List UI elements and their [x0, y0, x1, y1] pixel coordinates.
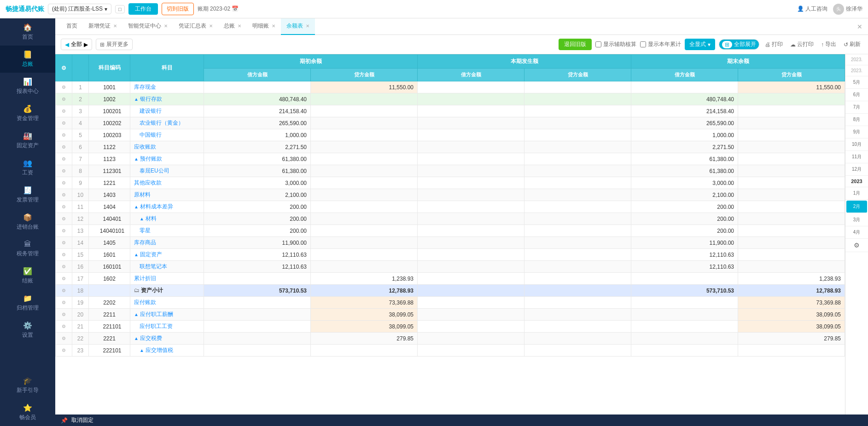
row-setting[interactable]: ⚙: [56, 273, 72, 285]
panel-month-12[interactable]: 12月: [845, 163, 868, 176]
tab-balance-close[interactable]: ✕: [306, 23, 309, 29]
row-name-link[interactable]: 应收账款: [134, 144, 156, 150]
row-name-link[interactable]: 应付账款: [134, 299, 156, 305]
full-mode-button[interactable]: 全显式 ▾: [685, 39, 715, 50]
panel-month-1[interactable]: 1月: [845, 187, 868, 200]
table-container[interactable]: ⚙ 科目编码 科目 期初余额 本期发生额 期末余额 借方金额 贷方金额 借方金额: [55, 54, 845, 414]
row-name-link[interactable]: 固定资产: [140, 251, 162, 258]
row-name-link[interactable]: 材料: [146, 215, 157, 222]
row-name-link[interactable]: 应交税费: [140, 335, 162, 341]
row-setting[interactable]: ⚙: [56, 285, 72, 297]
tab-voucher-summary-close[interactable]: ✕: [209, 23, 213, 29]
row-setting[interactable]: ⚙: [56, 333, 72, 345]
row-name-link[interactable]: 应付职工薪酬: [140, 311, 173, 317]
user-info[interactable]: 头 徐泽华: [833, 4, 862, 15]
panel-month-9[interactable]: 9月: [845, 126, 868, 138]
tab-detail-close[interactable]: ✕: [272, 23, 275, 29]
ytd-checkbox-input[interactable]: [640, 41, 646, 47]
sidebar-item-capital[interactable]: 💰 资金管理: [0, 100, 55, 127]
switch-button[interactable]: 切到旧版: [162, 3, 194, 15]
tab-home[interactable]: 首页: [61, 18, 83, 35]
sidebar-item-home[interactable]: 🏠 首页: [0, 18, 55, 46]
row-setting[interactable]: ⚙: [56, 117, 72, 129]
auxiliary-checkbox-input[interactable]: [595, 41, 601, 47]
sidebar-item-settlement[interactable]: ✅ 结账: [0, 262, 55, 289]
row-setting[interactable]: ⚙: [56, 297, 72, 309]
row-setting[interactable]: ⚙: [56, 153, 72, 165]
filter-selector[interactable]: ◀ 全部 ▶: [61, 39, 92, 50]
footer-bar[interactable]: 📌 取消固定: [55, 414, 868, 426]
row-name-link[interactable]: 农业银行（黄金）: [140, 120, 184, 126]
row-name-link[interactable]: 原材料: [134, 191, 151, 198]
tab-voucher-summary[interactable]: 凭证汇总表 ✕: [173, 18, 218, 35]
sidebar-item-payroll[interactable]: 👥 工资: [0, 154, 55, 181]
row-name-link[interactable]: 累计折旧: [134, 275, 156, 282]
tab-add-voucher-close[interactable]: ✕: [113, 23, 117, 29]
panel-month-11[interactable]: 11月: [845, 151, 868, 163]
row-setting[interactable]: ⚙: [56, 129, 72, 141]
work-button[interactable]: 工作台: [128, 3, 158, 15]
tab-balance[interactable]: 余额表 ✕: [281, 18, 315, 35]
row-name-link[interactable]: 中国银行: [140, 132, 162, 138]
panel-month-3[interactable]: 3月: [845, 214, 868, 226]
row-setting[interactable]: ⚙: [56, 225, 72, 237]
row-name-link[interactable]: 零星: [140, 227, 151, 234]
global-close-button[interactable]: ✕: [857, 23, 862, 30]
row-setting[interactable]: ⚙: [56, 189, 72, 201]
row-setting[interactable]: ⚙: [56, 249, 72, 261]
sidebar-item-invoice[interactable]: 🧾 发票管理: [0, 181, 55, 208]
row-name-link[interactable]: 库存现金: [134, 84, 156, 90]
row-name-link[interactable]: 泰屈EU公司: [140, 167, 169, 174]
row-setting[interactable]: ⚙: [56, 261, 72, 273]
row-setting[interactable]: ⚙: [56, 105, 72, 117]
sidebar-item-member[interactable]: ⭐ 畅会员: [0, 399, 55, 426]
sidebar-item-ledger[interactable]: 📒 总账: [0, 46, 55, 73]
panel-month-10[interactable]: 10月: [845, 138, 868, 151]
sidebar-item-settings[interactable]: ⚙️ 设置: [0, 317, 55, 344]
row-setting[interactable]: ⚙: [56, 213, 72, 225]
row-name-link[interactable]: 库存商品: [134, 239, 156, 246]
copy-button[interactable]: □: [115, 5, 125, 13]
tab-ledger[interactable]: 总账 ✕: [218, 18, 247, 35]
tab-detail[interactable]: 明细账 ✕: [247, 18, 281, 35]
tab-add-voucher[interactable]: 新增凭证 ✕: [83, 18, 122, 35]
sidebar-item-tax[interactable]: 🏛 税务管理: [0, 236, 55, 262]
row-setting[interactable]: ⚙: [56, 309, 72, 321]
sidebar-item-purchase-sales[interactable]: 📦 进销台账: [0, 208, 55, 236]
row-setting[interactable]: ⚙: [56, 201, 72, 213]
show-ytd-checkbox[interactable]: 显示本年累计: [640, 40, 681, 48]
sidebar-item-archive[interactable]: 📁 归档管理: [0, 289, 55, 317]
row-setting[interactable]: ⚙: [56, 141, 72, 153]
tab-ledger-close[interactable]: ✕: [238, 23, 241, 29]
row-name-link[interactable]: 联想笔记本: [140, 263, 167, 270]
expand-toggle[interactable]: ⊞ 全部展开: [719, 39, 759, 50]
cloud-print-button[interactable]: ☁ 云打印: [788, 40, 816, 49]
expand-button[interactable]: ⊞ 展开更多: [96, 39, 133, 50]
company-selector[interactable]: (处前) 江西股圣-LSS ▾: [48, 4, 111, 14]
row-setting[interactable]: ⚙: [56, 177, 72, 189]
row-name-link[interactable]: 应交增值税: [146, 347, 173, 353]
row-name-link[interactable]: 应付职工工资: [140, 323, 173, 329]
row-name-link[interactable]: 其他应收款: [134, 179, 162, 186]
panel-month-4[interactable]: 4月: [845, 226, 868, 239]
row-setting[interactable]: ⚙: [56, 165, 72, 177]
tab-smart-check-close[interactable]: ✕: [164, 23, 168, 29]
row-setting[interactable]: ⚙: [56, 93, 72, 105]
row-name-link[interactable]: 材料成本差异: [140, 203, 173, 210]
row-setting[interactable]: ⚙: [56, 345, 72, 357]
row-setting[interactable]: ⚙: [56, 321, 72, 333]
sidebar-item-guide[interactable]: 🎓 新手引导: [0, 372, 55, 399]
sidebar-item-fixed-assets[interactable]: 🏭 固定资产: [0, 127, 55, 154]
tab-smart-check[interactable]: 智能凭证中心 ✕: [122, 18, 173, 35]
panel-month-5[interactable]: 5月: [845, 76, 868, 89]
row-name-link[interactable]: 银行存款: [140, 96, 162, 102]
panel-month-2[interactable]: 2月: [846, 201, 867, 213]
refresh-button[interactable]: ↺ 刷新: [842, 40, 862, 49]
row-name-link[interactable]: 建设银行: [140, 108, 162, 114]
panel-settings-icon[interactable]: ⚙: [845, 239, 868, 252]
panel-month-6[interactable]: 6月: [845, 89, 868, 101]
panel-month-7[interactable]: 7月: [845, 101, 868, 114]
show-auxiliary-checkbox[interactable]: 显示辅助核算: [595, 40, 636, 48]
sidebar-item-reports[interactable]: 📊 报表中心: [0, 73, 55, 100]
return-old-version-button[interactable]: 退回旧版: [559, 39, 592, 50]
